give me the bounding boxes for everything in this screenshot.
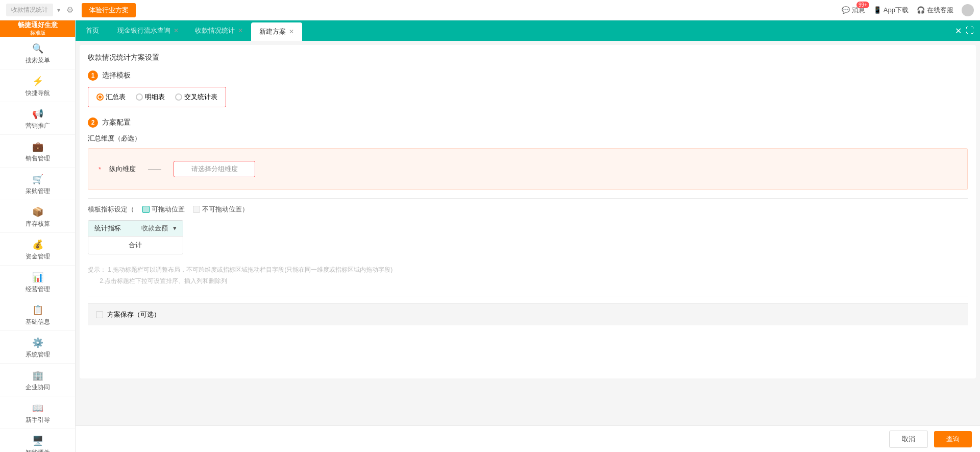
app-download-item[interactable]: 📱 App下载 <box>873 6 909 15</box>
sidebar-item-enterprise[interactable]: 🏢 企业协同 <box>0 364 75 396</box>
save-section: 方案保存（可选） <box>88 303 968 325</box>
bottom-bar: 取消 查询 <box>76 425 980 452</box>
step2-header: 2 方案配置 <box>88 117 968 128</box>
query-button[interactable]: 查询 <box>934 431 972 447</box>
tab-receipts-close[interactable]: ✕ <box>238 27 243 34</box>
app-download-label: App下载 <box>884 6 909 15</box>
divider1 <box>88 198 968 199</box>
finance-icon: 💰 <box>32 239 43 250</box>
content-area: 首页 现金银行流水查询 ✕ 收款情况统计 ✕ 新建方案 ✕ ✕ ⛶ 收款情况统计… <box>76 20 980 452</box>
sidebar-item-label: 快捷导航 <box>26 89 50 98</box>
tab-newplan-close[interactable]: ✕ <box>289 28 294 35</box>
basicinfo-icon: 📋 <box>32 304 43 316</box>
gear-icon[interactable]: ⚙ <box>66 5 74 15</box>
sidebar-item-label: 销售管理 <box>26 154 50 163</box>
inventory-icon: 📦 <box>32 206 43 218</box>
sidebar-item-label: 企业协同 <box>26 383 50 392</box>
sidebar-item-inventory[interactable]: 📦 库存核算 <box>0 200 75 233</box>
sidebar-item-quicknav[interactable]: ⚡ 快捷导航 <box>0 69 75 102</box>
page-content: 收款情况统计方案设置 1 选择模板 汇总表 明细表 <box>76 41 980 425</box>
user-avatar[interactable] <box>962 4 974 16</box>
metrics-row-total: 合计 <box>88 236 183 254</box>
logo-sub: 标准版 <box>18 30 58 37</box>
radio-huizong-dot <box>96 93 104 101</box>
online-service-item[interactable]: 🎧 在线客服 <box>917 6 953 15</box>
step1-header: 1 选择模板 <box>88 70 968 81</box>
tab-bar-actions: ✕ ⛶ <box>955 26 980 36</box>
moveable-box <box>142 206 150 213</box>
breadcrumb-arrow[interactable]: ▾ <box>57 7 60 14</box>
metrics-config: 模板指标设定（ 可拖动位置 不可拖动位置） <box>88 205 968 254</box>
tip-2: 2.点击标题栏下拉可设置排序、插入列和删除列 <box>88 276 968 287</box>
sidebar-item-system[interactable]: ⚙️ 系统管理 <box>0 331 75 364</box>
sidebar-item-guide[interactable]: 📖 新手引导 <box>0 396 75 429</box>
guide-icon: 📖 <box>32 402 43 414</box>
radio-jiaocha-label: 交叉统计表 <box>184 92 217 102</box>
sidebar-item-search[interactable]: 🔍 搜索菜单 <box>0 37 75 69</box>
sidebar-item-basicinfo[interactable]: 📋 基础信息 <box>0 298 75 331</box>
sidebar-item-finance[interactable]: 💰 资金管理 <box>0 233 75 266</box>
dimension-section-label: 汇总维度（必选） <box>88 134 968 143</box>
radio-mingxi[interactable]: 明细表 <box>136 92 165 102</box>
radio-huizong[interactable]: 汇总表 <box>96 92 126 102</box>
sidebar-item-label: 库存核算 <box>26 220 50 228</box>
sidebar-item-operations[interactable]: 📊 经营管理 <box>0 266 75 298</box>
metrics-section-label: 模板指标设定（ <box>88 205 134 214</box>
tab-newplan-label: 新建方案 <box>259 27 286 36</box>
save-label: 方案保存（可选） <box>107 310 160 319</box>
sidebar-item-label: 营销推广 <box>26 122 50 130</box>
cancel-button[interactable]: 取消 <box>889 431 928 448</box>
message-icon: 💬 <box>842 6 850 14</box>
top-bar-left: 收款情况统计 ▾ ⚙ 体验行业方案 <box>6 3 842 17</box>
tab-expand-icon[interactable]: ⛶ <box>966 26 974 35</box>
required-star: * <box>99 165 101 173</box>
sales-icon: 💼 <box>32 141 43 152</box>
purchase-icon: 🛒 <box>32 174 43 185</box>
marketing-icon: 📢 <box>32 108 43 120</box>
metrics-table: 统计指标 收款金额 ▾ 合计 <box>88 220 183 254</box>
metrics-dropdown-icon: 收款金额 ▾ <box>141 224 177 233</box>
tips-section: 提示： 1.拖动标题栏可以调整布局，不可跨维度或指标区域拖动栏目字段(只能在同一… <box>88 265 968 287</box>
tab-cashflow-close[interactable]: ✕ <box>174 27 179 34</box>
tab-home[interactable]: 首页 <box>76 20 109 41</box>
radio-huizong-label: 汇总表 <box>106 92 126 102</box>
tab-cashflow[interactable]: 现金银行流水查询 ✕ <box>109 20 187 41</box>
top-bar: 收款情况统计 ▾ ⚙ 体验行业方案 💬 消息 99+ 📱 App下载 🎧 在线客… <box>0 0 980 20</box>
step2-title: 方案配置 <box>102 118 131 127</box>
sidebar-item-hardware[interactable]: 🖥️ 智能硬件 <box>0 429 75 452</box>
sidebar-item-sales[interactable]: 💼 销售管理 <box>0 135 75 168</box>
service-icon: 🎧 <box>917 6 925 14</box>
not-moveable-box <box>193 206 200 213</box>
sidebar-item-purchase[interactable]: 🛒 采购管理 <box>0 168 75 200</box>
tab-cashflow-label: 现金银行流水查询 <box>117 26 170 35</box>
tab-receipts[interactable]: 收款情况统计 ✕ <box>187 20 251 41</box>
breadcrumb: 收款情况统计 <box>6 4 53 16</box>
sidebar: 畅捷通好生意 标准版 🔍 搜索菜单 ⚡ 快捷导航 📢 营销推广 💼 销售管理 🛒… <box>0 20 76 452</box>
metrics-table-header: 统计指标 收款金额 ▾ <box>88 221 183 236</box>
sidebar-item-marketing[interactable]: 📢 营销推广 <box>0 102 75 135</box>
page-title: 收款情况统计方案设置 <box>88 53 968 62</box>
dimension-selector[interactable]: 请选择分组维度 <box>174 161 255 177</box>
dropdown-arrow[interactable]: ▾ <box>173 224 177 232</box>
tab-receipts-label: 收款情况统计 <box>195 26 235 35</box>
vertical-label: 纵向维度 <box>109 164 136 174</box>
step1-title: 选择模板 <box>102 71 131 80</box>
quicknav-icon: ⚡ <box>32 76 43 87</box>
not-moveable-label: 不可拖动位置） <box>202 205 249 214</box>
save-checkbox[interactable] <box>96 311 103 318</box>
radio-mingxi-dot <box>136 93 143 101</box>
metrics-header-label: 统计指标 <box>94 224 121 233</box>
tab-close-all-icon[interactable]: ✕ <box>955 26 962 36</box>
tab-newplan[interactable]: 新建方案 ✕ <box>251 22 302 41</box>
notification-item[interactable]: 💬 消息 99+ <box>842 6 865 15</box>
online-service-label: 在线客服 <box>927 6 953 15</box>
step2-num: 2 <box>88 117 98 128</box>
enterprise-icon: 🏢 <box>32 370 43 381</box>
sidebar-item-label: 系统管理 <box>26 350 50 359</box>
top-bar-right: 💬 消息 99+ 📱 App下载 🎧 在线客服 <box>842 4 974 16</box>
logo-text: 畅捷通好生意 <box>18 20 58 30</box>
dimension-area: * 纵向维度 —— 请选择分组维度 <box>88 148 968 190</box>
radio-jiaocha[interactable]: 交叉统计表 <box>175 92 217 102</box>
sidebar-item-label: 新手引导 <box>26 416 50 424</box>
industry-btn[interactable]: 体验行业方案 <box>82 3 136 17</box>
